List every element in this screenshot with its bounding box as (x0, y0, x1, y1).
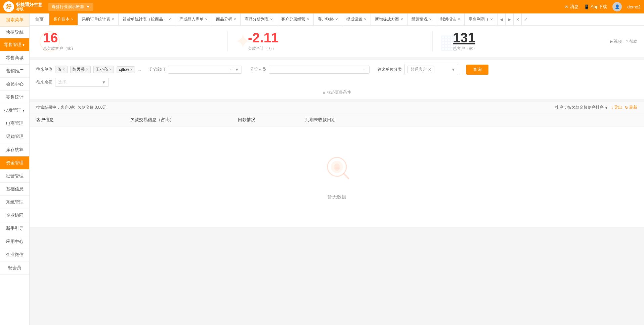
tab-fullscreen-btn[interactable]: ⤢ (521, 13, 529, 26)
sidebar-item-purchase[interactable]: 采购管理 (0, 130, 29, 143)
category-tag[interactable]: 普通客户 ✕ (407, 66, 434, 73)
remain-arrow: ▼ (102, 80, 106, 85)
sidebar-item-member2[interactable]: 畅会员 (0, 261, 29, 275)
sort-arrow-icon: ▼ (604, 105, 608, 110)
sidebar-item-marketing[interactable]: 营销推广 (0, 65, 29, 78)
avatar-image: 👤 (615, 4, 620, 9)
sidebar-item-guide[interactable]: 新手引导 (0, 222, 29, 235)
sidebar-item-retail-stats[interactable]: 零售统计 (0, 91, 29, 104)
tab-customer-contact[interactable]: 客户联络 ✕ (314, 13, 342, 26)
tab-customer-ledger[interactable]: 客户账本 ✕ (49, 13, 78, 26)
sidebar-item-retail-mall[interactable]: 零售商城 (0, 51, 29, 65)
tab-product-analysis-list[interactable]: 商品分析列表 ✕ (241, 13, 277, 26)
page-content: 16 总欠款客户（家） ✦ -2.11 欠款合计（万） ▦ (30, 26, 644, 325)
tab-purchase-stats-product[interactable]: 进货单统计表（按商品） ✕ (119, 13, 175, 26)
empty-text: 暂无数据 (328, 194, 346, 200)
sidebar-item-ecommerce[interactable]: 电商管理 (0, 117, 29, 130)
stat-overdue-customers: 16 总欠款客户（家） (36, 31, 228, 51)
stat-value-amount: -2.11 (248, 31, 278, 44)
query-button[interactable]: 查询 (466, 65, 488, 75)
tab-home[interactable]: 首页 (30, 13, 49, 26)
sidebar-item-retail[interactable]: 零售管理 ▼ (0, 38, 29, 51)
sidebar-item-wholesale[interactable]: 批发管理 ▼ (0, 104, 29, 117)
tab-purchase-order-stats[interactable]: 采购订单统计表 ✕ (78, 13, 119, 26)
col-repayment: 回款情况 (238, 117, 305, 123)
close-icon-10[interactable]: ✕ (400, 17, 403, 21)
remove-tag-1[interactable]: ✕ (62, 68, 65, 71)
sidebar-item-operation[interactable]: 经营管理 (0, 170, 29, 183)
sort-button[interactable]: 排序：按欠款金额倒序排序 ▼ (555, 105, 608, 110)
close-icon-5[interactable]: ✕ (233, 17, 236, 21)
account-selector[interactable]: 母婴行业演示帐套 ▼ (48, 3, 93, 11)
close-icon-12[interactable]: ✕ (458, 17, 460, 21)
sidebar-item-enterprise[interactable]: 企业协同 (0, 209, 29, 222)
category-select[interactable]: 普通客户 ✕ ▼ (404, 64, 458, 75)
app-download-button[interactable]: 📱 App下载 (584, 4, 607, 10)
tab-customer-tier[interactable]: 客户分层经营 ✕ (277, 13, 314, 26)
tab-product-analysis[interactable]: 商品分析 ✕ (212, 13, 241, 26)
close-icon-9[interactable]: ✕ (364, 17, 367, 21)
tab-profit-report[interactable]: 利润报告 ✕ (436, 13, 465, 26)
chevron-icon: ▼ (22, 43, 25, 47)
refresh-button[interactable]: ↻ 刷新 (625, 105, 637, 110)
avatar[interactable]: 👤 (612, 2, 622, 11)
filter-tag-unit4[interactable]: cjttcw ✕ (117, 66, 135, 73)
logo-text: 畅捷通好生意 标版 (16, 2, 42, 12)
tab-next-btn[interactable]: ▶ (505, 13, 513, 26)
close-icon-11[interactable]: ✕ (429, 17, 432, 21)
chevron-icon-2: ▼ (22, 109, 25, 112)
dept-arrow: ··· (230, 67, 233, 72)
tab-prev-btn[interactable]: ◀ (497, 13, 505, 26)
content-area: 首页 客户账本 ✕ 采购订单统计表 ✕ 进货单统计表（按商品） ✕ 产成品入库单… (30, 13, 644, 325)
sidebar-item-basic-info[interactable]: 基础信息 (0, 183, 29, 196)
sidebar-item-apps[interactable]: 应用中心 (0, 235, 29, 248)
tab-close-all-btn[interactable]: ✕ (513, 13, 521, 26)
remain-select[interactable]: 选择... ▼ (55, 78, 109, 87)
close-icon-2[interactable]: ✕ (112, 17, 114, 21)
col-overdue-date: 到期未收款日期 (305, 117, 637, 123)
sidebar-item-system[interactable]: 系统管理 (0, 196, 29, 209)
person-label: 分管人员 (250, 67, 266, 72)
message-icon: ✉ (565, 4, 568, 9)
person-select[interactable]: ··· (269, 66, 370, 74)
collapse-button[interactable]: ∧ 收起更多条件 (36, 89, 637, 95)
dept-select[interactable]: ··· ▼ (168, 66, 242, 74)
filter-tag-unit1[interactable]: 伍 ✕ (55, 66, 68, 73)
sidebar-quicknav[interactable]: 快捷导航 (0, 27, 29, 38)
close-icon-3[interactable]: ✕ (168, 17, 171, 21)
stat-overdue-amount: ✦ -2.11 欠款合计（万） (228, 31, 433, 51)
messages-button[interactable]: ✉ 消息 (565, 4, 578, 10)
sidebar-item-finance[interactable]: 资金管理 (0, 156, 29, 170)
filter-row-1: 往来单位 伍 ✕ 陈民强 ✕ 王小亮 ✕ (36, 64, 637, 75)
close-icon-6[interactable]: ✕ (270, 17, 273, 21)
remove-tag-3[interactable]: ✕ (109, 68, 112, 71)
filter-tag-unit2[interactable]: 陈民强 ✕ (70, 66, 91, 73)
tab-operations[interactable]: 经营情况 ✕ (407, 13, 436, 26)
remove-tag-2[interactable]: ✕ (86, 68, 88, 71)
stat-icon-1 (40, 31, 60, 51)
tab-finished-goods[interactable]: 产成品入库单 ✕ (175, 13, 212, 26)
category-arrow: ▼ (451, 67, 455, 72)
close-icon-13[interactable]: ✕ (490, 17, 493, 21)
filter-area: 往来单位 伍 ✕ 陈民强 ✕ 王小亮 ✕ (30, 60, 644, 99)
export-button[interactable]: ↓ 导出 (611, 105, 622, 110)
sidebar-search[interactable]: 搜索菜单 (0, 13, 29, 27)
close-icon-8[interactable]: ✕ (335, 17, 338, 21)
close-icon-1[interactable]: ✕ (71, 17, 74, 21)
tab-commission-settings[interactable]: 提成设置 ✕ (342, 13, 371, 26)
tab-retail-profit[interactable]: 零售利润（ ✕ (465, 13, 497, 26)
video-link[interactable]: ▶ 视频 (610, 38, 622, 44)
tab-new-commission[interactable]: 新增提成方案 ✕ (371, 13, 407, 26)
sidebar-item-inventory[interactable]: 库存核算 (0, 143, 29, 156)
filter-row-2: 往来余额 选择... ▼ (36, 78, 637, 87)
close-icon-4[interactable]: ✕ (205, 17, 208, 21)
filter-more-units[interactable]: ... (138, 67, 141, 72)
filter-tag-unit3[interactable]: 王小亮 ✕ (93, 66, 114, 73)
svg-line-2 (344, 174, 349, 179)
remove-category[interactable]: ✕ (428, 67, 431, 72)
remove-tag-4[interactable]: ✕ (130, 68, 133, 71)
help-link[interactable]: ? 帮助 (626, 38, 637, 44)
sidebar-item-member[interactable]: 会员中心 (0, 78, 29, 91)
close-icon-7[interactable]: ✕ (307, 17, 309, 21)
sidebar-item-wechat[interactable]: 企业微信 (0, 248, 29, 261)
